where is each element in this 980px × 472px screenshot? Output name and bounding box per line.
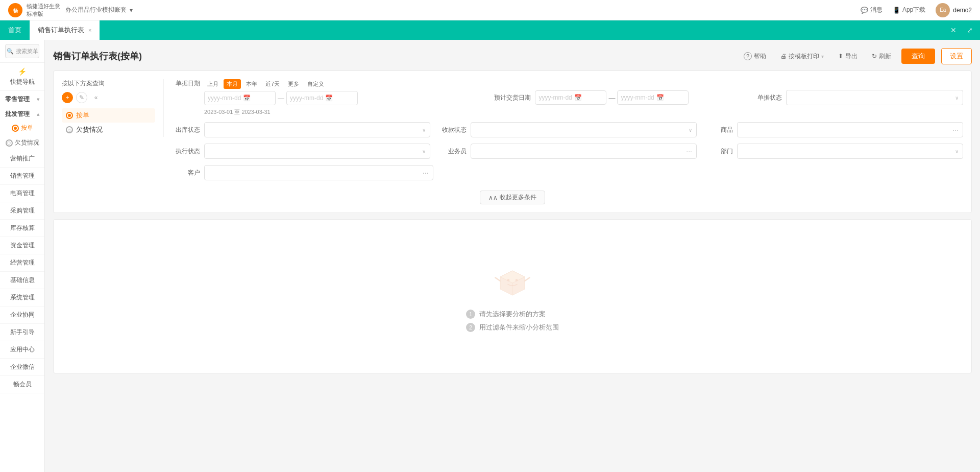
sidebar-wechat-label: 企业微信 xyxy=(10,363,35,371)
customer-dots-icon[interactable]: ··· xyxy=(423,169,429,177)
expected-date-label: 预计交货日期 xyxy=(494,93,531,102)
sidebar-item-marketing[interactable]: 营销推广 xyxy=(0,150,44,168)
order-status-select[interactable]: ∨ xyxy=(786,90,963,105)
print-icon: 🖨 xyxy=(780,53,787,60)
tab-maximize-window[interactable]: ⤢ xyxy=(964,24,976,36)
field-customer: 客户 ··· xyxy=(172,165,433,180)
logo-text: 畅捷通好生意 标准版 xyxy=(27,3,60,17)
order-status-arrow-icon: ∨ xyxy=(955,95,959,101)
sidebar-sub-item-debt[interactable]: ◷ 欠货情况 xyxy=(0,135,44,150)
app-download-action[interactable]: 📱 App下载 xyxy=(893,6,925,14)
date-btn-last-7-days[interactable]: 近7天 xyxy=(262,79,283,89)
exp-cal-from-icon: 📅 xyxy=(574,94,582,101)
tab-close-window[interactable]: ✕ xyxy=(947,24,960,36)
department-select[interactable]: ∨ xyxy=(737,144,963,159)
export-button[interactable]: ⬆ 导出 xyxy=(834,50,862,63)
empty-steps: 1 请先选择要分析的方案 2 用过滤条件来缩小分析范围 xyxy=(466,310,559,332)
collapse-more-btn[interactable]: ∧∧ 收起更多条件 xyxy=(480,191,545,204)
search-button[interactable]: 查询 xyxy=(901,49,935,64)
order-status-label: 单据状态 xyxy=(754,93,782,102)
tab-sales-order[interactable]: 销售订单执行表 × xyxy=(30,20,100,40)
expected-date-from[interactable]: yyyy-mm-dd 📅 xyxy=(535,90,606,105)
date-btn-last-month[interactable]: 上月 xyxy=(204,79,222,89)
svg-text:畅: 畅 xyxy=(13,8,18,13)
sidebar-item-purchase[interactable]: 采购管理 xyxy=(0,202,44,220)
scheme-item-debt-status[interactable]: ◷ 欠货情况 xyxy=(62,123,155,137)
payment-status-select[interactable]: ∨ xyxy=(471,122,697,137)
sidebar-search-area: 🔍 搜索菜单 xyxy=(0,40,44,63)
page-title-bar: 销售订单执行表(按单) ? 帮助 🖨 按模板打印 ▾ ⬆ 导出 ↻ 刷新 xyxy=(53,48,972,64)
sidebar-item-ecommerce[interactable]: 电商管理 xyxy=(0,185,44,202)
product-dots-icon[interactable]: ··· xyxy=(952,126,959,134)
edit-scheme-button[interactable]: ✎ xyxy=(76,92,87,103)
date-field-wrap: 上月 本月 本年 近7天 更多 自定义 xyxy=(204,79,486,116)
collapse-more-label: 收起更多条件 xyxy=(500,193,536,202)
sidebar-item-app-center[interactable]: 应用中心 xyxy=(0,341,44,359)
sidebar-purchase-label: 采购管理 xyxy=(10,206,35,215)
date-btn-this-year[interactable]: 本年 xyxy=(243,79,260,89)
filter-scheme-title-label: 按以下方案查询 xyxy=(62,79,105,88)
top-header-right: 💬 消息 📱 App下载 Ea demo2 xyxy=(861,3,972,17)
product-input[interactable]: ··· xyxy=(737,122,963,137)
delivery-status-select[interactable]: ∨ xyxy=(204,122,430,137)
date-label: 单据日期 xyxy=(172,79,200,88)
sidebar-member-label: 畅会员 xyxy=(13,380,32,389)
sidebar-item-basic[interactable]: 基础信息 xyxy=(0,272,44,289)
main-layout: 🔍 搜索菜单 ⚡ 快捷导航 零售管理 ▾ 批发管理 ▴ 按单 ◷ 欠货情况 xyxy=(0,40,980,472)
user-area[interactable]: Ea demo2 xyxy=(936,3,972,17)
date-separator: — xyxy=(278,95,284,102)
sidebar-item-inventory[interactable]: 库存核算 xyxy=(0,220,44,237)
scheme-item-by-order[interactable]: 按单 xyxy=(62,108,155,123)
customer-input[interactable]: ··· xyxy=(204,165,433,180)
add-scheme-button[interactable]: + xyxy=(62,92,73,103)
salesperson-input[interactable]: ··· xyxy=(471,144,697,159)
template-print-label: 按模板打印 xyxy=(789,52,819,61)
salesperson-dots-icon[interactable]: ··· xyxy=(686,147,692,155)
sidebar-sub-item-debt-label: 欠货情况 xyxy=(15,138,39,147)
step-1-num: 1 xyxy=(466,310,475,319)
message-action[interactable]: 💬 消息 xyxy=(861,6,883,14)
tab-home[interactable]: 首页 xyxy=(0,20,30,40)
content-area: 销售订单执行表(按单) ? 帮助 🖨 按模板打印 ▾ ⬆ 导出 ↻ 刷新 xyxy=(45,40,980,472)
sidebar-item-sales-mgmt[interactable]: 销售管理 xyxy=(0,168,44,185)
field-order-status: 单据状态 ∨ xyxy=(754,90,963,105)
date-btn-custom[interactable]: 自定义 xyxy=(304,79,327,89)
sidebar-item-system[interactable]: 系统管理 xyxy=(0,289,44,306)
user-name: demo2 xyxy=(953,7,972,14)
sidebar-item-enterprise[interactable]: 企业协同 xyxy=(0,306,44,324)
expected-date-to[interactable]: yyyy-mm-dd 📅 xyxy=(617,90,689,105)
date-from-input[interactable]: yyyy-mm-dd 📅 xyxy=(204,91,276,105)
sidebar-basic-label: 基础信息 xyxy=(10,276,35,285)
scheme-item-debt-label: 欠货情况 xyxy=(76,125,103,134)
sidebar-item-member[interactable]: 畅会员 xyxy=(0,376,44,393)
sidebar-item-retail[interactable]: 零售管理 ▾ xyxy=(0,91,44,106)
quick-nav-icon: ⚡ xyxy=(18,67,27,76)
filter-left-title: 按以下方案查询 xyxy=(62,79,155,88)
sidebar-item-finance[interactable]: 资金管理 xyxy=(0,237,44,254)
sidebar-sub-item-sales-scheme[interactable]: 按单 xyxy=(0,121,44,135)
date-to-input[interactable]: yyyy-mm-dd 📅 xyxy=(286,91,358,105)
sidebar-item-quick-nav[interactable]: ⚡ 快捷导航 xyxy=(0,63,44,91)
sidebar-item-wechat[interactable]: 企业微信 xyxy=(0,359,44,376)
logo-icon: 畅 xyxy=(8,3,22,17)
help-button[interactable]: ? 帮助 xyxy=(740,50,770,63)
sidebar-item-wholesale[interactable]: 批发管理 ▴ xyxy=(0,106,44,121)
execution-status-select[interactable]: ∨ xyxy=(204,144,430,159)
sidebar-search-button[interactable]: 🔍 搜索菜单 xyxy=(5,44,39,58)
header-title-area[interactable]: 办公用品行业模拟账套 ▾ xyxy=(65,6,133,14)
sidebar-operations-label: 经营管理 xyxy=(10,258,35,267)
sidebar-item-newbie[interactable]: 新手引导 xyxy=(0,324,44,341)
tab-bar: 首页 销售订单执行表 × ✕ ⤢ xyxy=(0,20,980,40)
refresh-button[interactable]: ↻ 刷新 xyxy=(868,50,895,63)
settings-button[interactable]: 设置 xyxy=(941,48,972,64)
calendar-icon-to: 📅 xyxy=(325,95,333,102)
logo-area: 畅 畅捷通好生意 标准版 xyxy=(8,3,60,17)
date-btn-this-month[interactable]: 本月 xyxy=(224,79,241,89)
sidebar-item-operations[interactable]: 经营管理 xyxy=(0,254,44,272)
date-btn-more[interactable]: 更多 xyxy=(285,79,302,89)
template-print-button[interactable]: 🖨 按模板打印 ▾ xyxy=(776,50,828,63)
tab-close-icon[interactable]: × xyxy=(88,27,91,33)
step-1-label: 请先选择要分析的方案 xyxy=(479,310,546,319)
help-icon: ? xyxy=(744,52,752,60)
collapse-scheme-button[interactable]: « xyxy=(90,92,102,103)
